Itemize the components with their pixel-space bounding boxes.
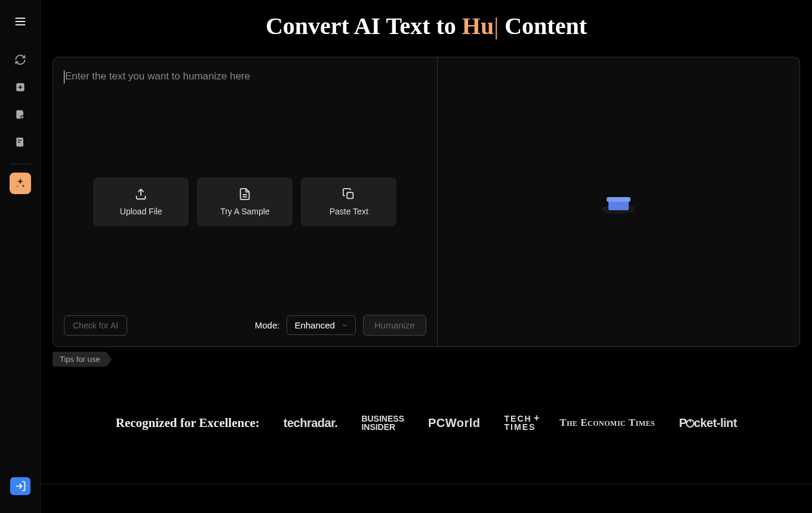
refresh-icon xyxy=(14,54,26,66)
footer-right: Mode: Enhanced Humanize xyxy=(255,315,426,336)
input-panel[interactable]: Enter the text you want to humanize here… xyxy=(53,57,438,346)
input-action-cards: Upload File Try A Sample Paste Text xyxy=(93,177,396,226)
document-edit-icon xyxy=(14,136,26,148)
title-typed: Hu xyxy=(462,13,494,39)
chevron-down-icon xyxy=(341,322,348,329)
power-icon xyxy=(686,419,694,428)
conversion-panels: Enter the text you want to humanize here… xyxy=(53,57,800,347)
recognized-section: Recognized for Excellence: techradar. BU… xyxy=(41,414,812,431)
sparkle-icon xyxy=(14,177,26,189)
bottom-divider xyxy=(41,484,812,484)
text-cursor xyxy=(64,70,64,84)
sample-label: Try A Sample xyxy=(220,207,270,216)
document-icon xyxy=(238,188,251,201)
brand-techradar: techradar. xyxy=(284,416,338,430)
empty-state-illustration xyxy=(601,190,636,214)
menu-toggle-button[interactable] xyxy=(10,11,31,32)
svg-rect-10 xyxy=(347,192,353,198)
title-suffix: Content xyxy=(499,13,587,39)
sidebar-divider xyxy=(10,164,31,164)
sidebar-nav-detect[interactable] xyxy=(10,104,31,125)
sidebar-nav-create[interactable] xyxy=(10,76,31,98)
humanize-button[interactable]: Humanize xyxy=(363,315,426,336)
brand-economic-times: The Economic Times xyxy=(559,417,655,429)
brand-business-insider: BUSINESSINSIDER xyxy=(361,414,404,431)
login-icon xyxy=(14,480,26,492)
output-panel xyxy=(438,57,800,346)
sidebar-nav-summarize[interactable] xyxy=(10,131,31,153)
svg-line-5 xyxy=(23,118,24,119)
input-panel-footer: Check for AI Mode: Enhanced Humanize xyxy=(64,315,426,336)
try-sample-button[interactable]: Try A Sample xyxy=(197,177,293,226)
upload-file-button[interactable]: Upload File xyxy=(93,177,189,226)
mode-select[interactable]: Enhanced xyxy=(287,315,356,335)
tips-badge[interactable]: Tips for use xyxy=(53,352,107,367)
sidebar-nav-humanize[interactable] xyxy=(10,173,31,194)
page-title: Convert AI Text to Hu| Content xyxy=(41,12,812,40)
plus-square-icon xyxy=(14,81,26,93)
upload-label: Upload File xyxy=(120,207,162,216)
sidebar-bottom xyxy=(10,477,30,495)
mode-selected-value: Enhanced xyxy=(294,320,335,330)
input-placeholder: Enter the text you want to humanize here xyxy=(65,70,250,82)
sidebar xyxy=(0,0,41,513)
hamburger-icon xyxy=(14,15,27,28)
paste-text-button[interactable]: Paste Text xyxy=(301,177,396,226)
document-search-icon xyxy=(14,109,26,121)
main-content: Convert AI Text to Hu| Content Enter the… xyxy=(41,0,812,513)
recognized-label: Recognized for Excellence: xyxy=(116,416,260,431)
upload-icon xyxy=(134,188,147,201)
title-prefix: Convert AI Text to xyxy=(266,13,462,39)
brand-pocketlint: Pcket-lint xyxy=(679,416,737,430)
brand-pcworld: PCWorld xyxy=(428,416,481,430)
copy-icon xyxy=(342,188,355,201)
brand-techtimes: TECH+TIMES xyxy=(505,414,536,431)
login-button[interactable] xyxy=(10,477,30,495)
check-ai-button[interactable]: Check for AI xyxy=(64,315,127,336)
mode-label: Mode: xyxy=(255,320,280,330)
paste-label: Paste Text xyxy=(330,207,368,216)
sidebar-nav-rewrite[interactable] xyxy=(10,49,31,70)
